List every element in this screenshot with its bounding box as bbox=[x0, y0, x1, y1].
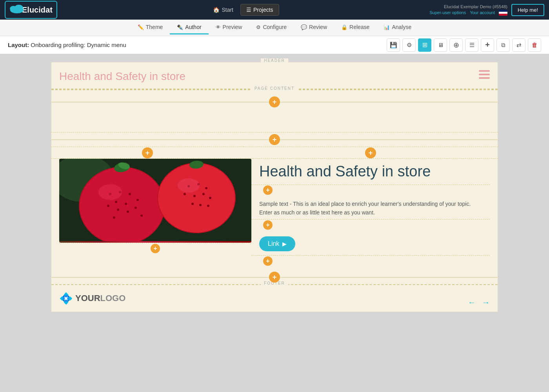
logo-area: Elucidat bbox=[5, 1, 57, 19]
two-col-dividers-top: + + bbox=[51, 147, 498, 158]
save-icon: 💾 bbox=[390, 42, 397, 49]
svg-rect-3 bbox=[479, 70, 490, 72]
add-btn-top[interactable]: + bbox=[269, 96, 280, 107]
layout-bar: Layout: Onboarding profiling: Dynamic me… bbox=[0, 36, 549, 54]
review-icon: 💬 bbox=[301, 24, 307, 30]
add-btn-right-bottom[interactable]: + bbox=[263, 256, 273, 266]
layout-icon: ⊞ bbox=[422, 41, 427, 49]
nav-review[interactable]: 💬 Review bbox=[294, 21, 334, 34]
svg-point-12 bbox=[129, 193, 131, 195]
add-btn-left-bottom[interactable]: + bbox=[151, 244, 160, 253]
nav-analyse[interactable]: 📊 Analyse bbox=[376, 21, 418, 34]
svg-point-26 bbox=[205, 187, 207, 189]
add-btn-left-top[interactable]: + bbox=[142, 147, 153, 158]
nav-release[interactable]: 🔒 Release bbox=[334, 21, 376, 34]
left-col-bottom-divider: + bbox=[59, 243, 251, 254]
page-canvas: HEADER Health and Safety in store PAGE C… bbox=[51, 62, 498, 312]
add-btn-right-mid[interactable]: + bbox=[263, 185, 273, 195]
footer-logo-text: YOURLOGO bbox=[75, 293, 125, 303]
author-icon: ✒️ bbox=[177, 24, 183, 30]
svg-rect-4 bbox=[479, 74, 490, 75]
help-button[interactable]: Help me! bbox=[511, 4, 544, 16]
svg-point-35 bbox=[178, 178, 200, 192]
footer-section: FOOTER 💠 YOURLOGO ← → bbox=[51, 284, 498, 312]
add-btn-right-top[interactable]: + bbox=[365, 147, 376, 158]
add-button[interactable]: + bbox=[481, 38, 494, 52]
next-arrow[interactable]: → bbox=[482, 298, 490, 307]
nav-projects[interactable]: ☰ Projects bbox=[240, 4, 279, 16]
svg-point-31 bbox=[191, 203, 194, 205]
tree-button[interactable]: ⊕ bbox=[449, 38, 463, 52]
copy-icon: ⧉ bbox=[501, 42, 505, 49]
svg-point-2 bbox=[15, 5, 23, 11]
list-button[interactable]: ☰ bbox=[465, 38, 478, 52]
left-add-area-top: + bbox=[51, 147, 244, 158]
prev-arrow[interactable]: ← bbox=[468, 298, 476, 307]
gear-icon: ⚙ bbox=[407, 42, 412, 49]
top-right-links: Super-user options Your account bbox=[429, 10, 507, 16]
settings-button[interactable]: ⚙ bbox=[402, 38, 416, 52]
top-right: Elucidat Exemplar Demo (#5548) Super-use… bbox=[429, 4, 544, 16]
svg-point-29 bbox=[202, 193, 205, 195]
copy-button[interactable]: ⧉ bbox=[496, 38, 510, 52]
layout-view-button[interactable]: ⊞ bbox=[418, 38, 431, 52]
preview-icon: 👁 bbox=[216, 24, 221, 30]
nav-configure[interactable]: ⚙ Configure bbox=[249, 21, 294, 34]
link-button[interactable]: Link ▶ bbox=[259, 236, 295, 251]
nav-preview[interactable]: 👁 Preview bbox=[209, 21, 249, 34]
theme-icon: ✏️ bbox=[138, 24, 144, 30]
svg-point-23 bbox=[158, 163, 235, 232]
configure-icon: ⚙ bbox=[256, 24, 261, 30]
flag-icon bbox=[499, 10, 507, 16]
svg-point-19 bbox=[135, 207, 137, 209]
desktop-icon: 🖥 bbox=[438, 42, 444, 48]
nav-start[interactable]: 🏠 Start bbox=[207, 4, 239, 15]
list-icon: ☰ bbox=[469, 42, 474, 49]
second-nav: ✏️ Theme ✒️ Author 👁 Preview ⚙ Configure… bbox=[0, 20, 549, 36]
account-info-area: Elucidat Exemplar Demo (#5548) Super-use… bbox=[429, 4, 507, 16]
page-content-section: PAGE CONTENT + + + + bbox=[51, 89, 498, 283]
svg-point-30 bbox=[209, 197, 211, 199]
content-text: Sample text - This is an ideal place to … bbox=[259, 200, 482, 217]
spacer-row-1 bbox=[51, 109, 498, 132]
svg-point-15 bbox=[125, 203, 127, 205]
add-btn-2[interactable]: + bbox=[269, 134, 280, 145]
svg-point-32 bbox=[199, 204, 202, 206]
menu-icon[interactable] bbox=[479, 70, 490, 81]
add-row-top: + bbox=[51, 96, 498, 107]
trash-icon: 🗑 bbox=[532, 42, 538, 48]
delete-button[interactable]: 🗑 bbox=[528, 38, 541, 52]
your-account-link[interactable]: Your account bbox=[470, 10, 495, 15]
footer-nav-arrows: ← → bbox=[468, 298, 490, 307]
shuffle-icon: ⇄ bbox=[516, 42, 522, 49]
save-button[interactable]: 💾 bbox=[387, 38, 400, 52]
nav-author[interactable]: ✒️ Author bbox=[170, 21, 208, 34]
logo-text: Elucidat bbox=[22, 5, 53, 15]
svg-point-33 bbox=[207, 205, 209, 207]
shuffle-button[interactable]: ⇄ bbox=[512, 38, 525, 52]
super-user-link[interactable]: Super-user options bbox=[429, 10, 466, 15]
layout-name: Onboarding profiling: Dynamic menu bbox=[31, 42, 126, 48]
top-nav: 🏠 Start ☰ Projects bbox=[207, 4, 279, 16]
add-btn-right-link[interactable]: + bbox=[263, 220, 273, 230]
content-image bbox=[59, 159, 251, 243]
analyse-icon: 📊 bbox=[384, 24, 390, 30]
home-icon: 🏠 bbox=[213, 7, 220, 13]
content-row: + Health and Safety in store + Sample te… bbox=[51, 158, 498, 270]
projects-icon: ☰ bbox=[246, 7, 251, 13]
svg-point-20 bbox=[140, 214, 143, 217]
desktop-button[interactable]: 🖥 bbox=[434, 38, 447, 52]
content-text-col: Health and Safety in store + Sample text… bbox=[251, 159, 490, 270]
svg-point-9 bbox=[80, 167, 164, 241]
svg-point-16 bbox=[107, 205, 109, 207]
svg-point-13 bbox=[136, 199, 139, 201]
nav-theme[interactable]: ✏️ Theme bbox=[131, 21, 170, 34]
account-name: Elucidat Exemplar Demo (#5548) bbox=[429, 4, 507, 9]
page-content-label: PAGE CONTENT bbox=[251, 86, 298, 91]
logo-icon bbox=[9, 3, 24, 14]
svg-point-14 bbox=[115, 201, 117, 203]
top-bar: Elucidat 🏠 Start ☰ Projects Elucidat Exe… bbox=[0, 0, 549, 20]
header-section: HEADER Health and Safety in store bbox=[51, 62, 498, 89]
svg-point-18 bbox=[127, 211, 129, 213]
tree-icon: ⊕ bbox=[453, 41, 459, 49]
